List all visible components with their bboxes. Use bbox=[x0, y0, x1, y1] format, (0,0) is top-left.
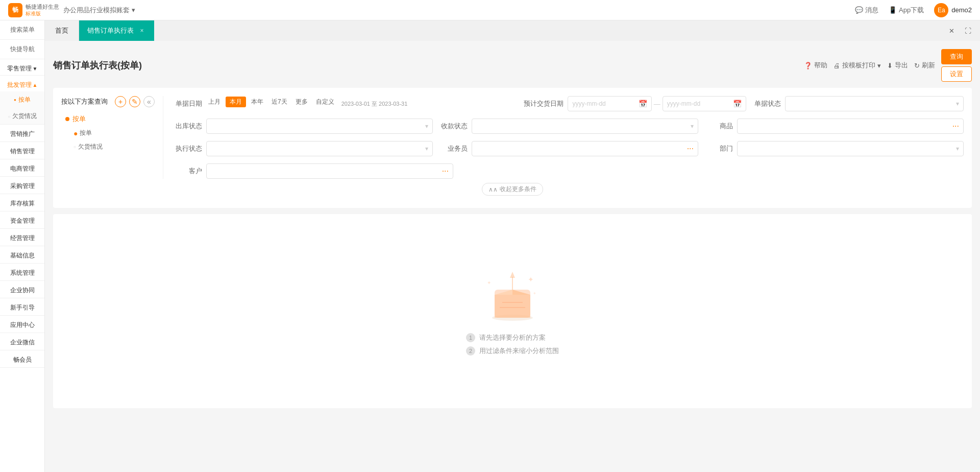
filter-fields: 单据日期 上月 本月 本年 近7天 更多 自定义 bbox=[163, 96, 964, 179]
user-area[interactable]: Ea demo2 bbox=[934, 3, 972, 17]
date-tab-custom[interactable]: 自定义 bbox=[313, 97, 337, 107]
export-icon: ⬇ bbox=[887, 62, 893, 69]
template-print-button[interactable]: 🖨 按模板打印 ▾ bbox=[834, 61, 881, 70]
date-tab-this-year[interactable]: 本年 bbox=[248, 97, 266, 107]
schema-add-button[interactable]: + bbox=[115, 96, 126, 107]
tab-active[interactable]: 销售订单执行表 × bbox=[79, 20, 154, 41]
receipt-status-select[interactable]: ▾ bbox=[472, 119, 698, 134]
sidebar-item-sales[interactable]: 销售管理 bbox=[0, 142, 44, 159]
sidebar-item-finance[interactable]: 资金管理 bbox=[0, 211, 44, 229]
receipt-dropdown-icon: ▾ bbox=[691, 123, 694, 130]
date-tab-more[interactable]: 更多 bbox=[292, 97, 311, 107]
customer-more-icon[interactable]: ··· bbox=[442, 167, 449, 176]
sidebar-item-system[interactable]: 系统管理 bbox=[0, 264, 44, 281]
tab-home[interactable]: 首页 bbox=[45, 20, 79, 41]
goods-label: 商品 bbox=[702, 122, 733, 131]
outbound-status-select[interactable]: ▾ bbox=[206, 119, 433, 134]
app-download-action[interactable]: 📱 App下载 bbox=[889, 6, 924, 15]
outbound-label: 出库状态 bbox=[172, 122, 202, 131]
sidebar-item-ecommerce[interactable]: 电商管理 bbox=[0, 159, 44, 177]
date-tab-last-month[interactable]: 上月 bbox=[205, 97, 224, 107]
goods-more-icon[interactable]: ··· bbox=[952, 122, 959, 131]
collapse-button[interactable]: ∧∧ 收起更多条件 bbox=[482, 183, 543, 196]
exec-label: 执行状态 bbox=[172, 144, 202, 153]
sidebar-search-menu[interactable]: 搜索菜单 bbox=[0, 20, 44, 40]
bill-status-label: 单据状态 bbox=[750, 99, 781, 108]
sidebar-sub-owe[interactable]: ○ 欠货情况 bbox=[0, 108, 44, 124]
sidebar-group-retail: 零售管理 ▼ bbox=[0, 59, 44, 76]
top-bar-right: 💬 消息 📱 App下载 Ea demo2 bbox=[855, 3, 972, 17]
filter-row-4: 客户 ··· bbox=[172, 163, 964, 179]
expected-date-from-input[interactable]: yyyy-mm-dd 📅 bbox=[568, 96, 651, 111]
print-arrow-icon: ▾ bbox=[877, 62, 881, 69]
sidebar-sub-schema[interactable]: ● 按单 bbox=[0, 91, 44, 108]
empty-illustration: ✦ ✦ ✦ bbox=[482, 267, 543, 323]
filter-row-1: 单据日期 上月 本月 本年 近7天 更多 自定义 bbox=[172, 96, 964, 111]
tip-num-2: 2 bbox=[466, 346, 475, 356]
sidebar-item-apps[interactable]: 应用中心 bbox=[0, 316, 44, 333]
expected-date-to-input[interactable]: yyyy-mm-dd 📅 bbox=[663, 96, 746, 111]
main-layout: 搜索菜单 快捷导航 零售管理 ▼ 批发管理 ▲ ● 按单 ○ 欠货情况 bbox=[0, 20, 980, 472]
sidebar-item-wholesale[interactable]: 批发管理 ▲ bbox=[0, 76, 44, 91]
schema-edit-button[interactable]: ✎ bbox=[129, 96, 140, 107]
sidebar: 搜索菜单 快捷导航 零售管理 ▼ 批发管理 ▲ ● 按单 ○ 欠货情况 bbox=[0, 20, 45, 472]
schema-sub-item-2[interactable]: ○ 欠货情况 bbox=[69, 140, 155, 153]
tab-close-button[interactable]: × bbox=[138, 27, 146, 35]
sidebar-item-corp[interactable]: 企业协同 bbox=[0, 281, 44, 298]
retail-arrow-icon: ▼ bbox=[33, 66, 38, 72]
sidebar-item-inventory[interactable]: 库存核算 bbox=[0, 194, 44, 211]
tab-bar-actions: ✕ ⛶ bbox=[939, 20, 980, 41]
date-separator: — bbox=[654, 100, 660, 108]
date-tab-7days[interactable]: 近7天 bbox=[268, 97, 290, 107]
svg-rect-2 bbox=[495, 295, 530, 318]
empty-svg: ✦ ✦ ✦ bbox=[482, 267, 543, 323]
salesperson-more-icon[interactable]: ··· bbox=[687, 144, 694, 153]
company-selector[interactable]: 办公用品行业模拟账套 ▾ bbox=[63, 6, 135, 15]
sidebar-item-base[interactable]: 基础信息 bbox=[0, 246, 44, 264]
filter-row-2: 出库状态 ▾ 收款状态 ▾ 商品 bbox=[172, 119, 964, 134]
query-button[interactable]: 查询 bbox=[941, 49, 972, 64]
empty-tip-2: 2 用过滤条件来缩小分析范围 bbox=[466, 346, 559, 356]
date-label: 单据日期 bbox=[172, 99, 202, 108]
goods-input[interactable]: ··· bbox=[737, 119, 964, 134]
date-tab-this-month[interactable]: 本月 bbox=[226, 97, 246, 107]
page-content: 销售订单执行表(按单) ❓ 帮助 🖨 按模板打印 ▾ ⬇ 导出 bbox=[45, 41, 980, 472]
company-dropdown-icon: ▾ bbox=[132, 6, 135, 14]
date-from-placeholder: yyyy-mm-dd bbox=[572, 100, 605, 107]
edit-icon: ✎ bbox=[132, 98, 138, 106]
tab-maximize-button[interactable]: ⛶ bbox=[962, 25, 974, 37]
refresh-icon: ↻ bbox=[914, 62, 920, 69]
sidebar-item-marketing[interactable]: 营销推广 bbox=[0, 125, 44, 142]
empty-tips: 1 请先选择要分析的方案 2 用过滤条件来缩小分析范围 bbox=[466, 333, 559, 356]
sidebar-item-retail[interactable]: 零售管理 ▼ bbox=[0, 59, 44, 75]
svg-text:✦: ✦ bbox=[533, 291, 536, 296]
dept-dropdown-icon: ▾ bbox=[956, 145, 959, 152]
sidebar-quick-nav[interactable]: 快捷导航 bbox=[0, 40, 44, 59]
sidebar-item-purchase[interactable]: 采购管理 bbox=[0, 177, 44, 194]
settings-button[interactable]: 设置 bbox=[941, 66, 972, 82]
top-bar: 畅 畅捷通好生意 标准版 办公用品行业模拟账套 ▾ 💬 消息 📱 App下载 E… bbox=[0, 0, 980, 20]
sidebar-item-member[interactable]: 畅会员 bbox=[0, 350, 44, 368]
sidebar-item-wechat[interactable]: 企业微信 bbox=[0, 333, 44, 350]
dept-select[interactable]: ▾ bbox=[737, 141, 964, 156]
sidebar-item-operation[interactable]: 经营管理 bbox=[0, 229, 44, 246]
user-name: demo2 bbox=[951, 6, 972, 14]
export-button[interactable]: ⬇ 导出 bbox=[887, 61, 908, 70]
logo-icon: 畅 bbox=[8, 3, 22, 17]
exec-status-select[interactable]: ▾ bbox=[206, 141, 433, 156]
logo-subtitle: 标准版 bbox=[26, 10, 59, 17]
help-button[interactable]: ❓ 帮助 bbox=[804, 61, 827, 70]
salesperson-input[interactable]: ··· bbox=[472, 141, 698, 156]
tab-bar: 首页 销售订单执行表 × ✕ ⛶ bbox=[45, 20, 980, 41]
bill-status-select[interactable]: ▾ bbox=[785, 96, 964, 111]
exec-dropdown-icon: ▾ bbox=[425, 145, 428, 152]
schema-item-main[interactable]: 按单 bbox=[61, 111, 155, 127]
customer-input[interactable]: ··· bbox=[206, 163, 453, 179]
maximize-icon: ⛶ bbox=[965, 27, 971, 35]
tab-minimize-button[interactable]: ✕ bbox=[945, 25, 958, 37]
schema-collapse-button[interactable]: « bbox=[143, 96, 155, 107]
refresh-button[interactable]: ↻ 刷新 bbox=[914, 61, 935, 70]
sidebar-item-newbie[interactable]: 新手引导 bbox=[0, 298, 44, 316]
message-action[interactable]: 💬 消息 bbox=[855, 6, 878, 15]
schema-sub-item-1[interactable]: ● 按单 bbox=[69, 127, 155, 139]
